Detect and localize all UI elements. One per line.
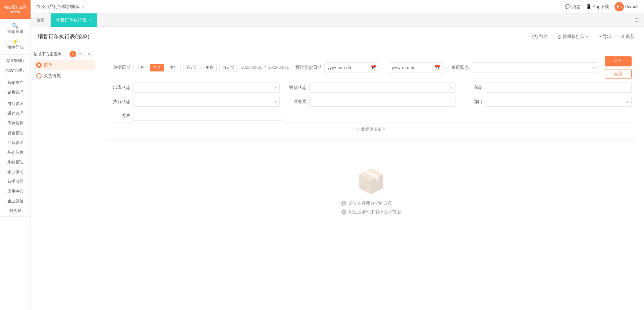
sidebar-item-marketing[interactable]: 营销推广 [0,78,31,88]
tab-minimize-btn[interactable]: − [620,15,629,25]
date-btn-last-month[interactable]: 上月 [133,64,147,71]
message-action[interactable]: 💬 消息 [565,4,581,10]
left-panel-actions: + ✎ « [69,51,92,57]
sidebar-item-member[interactable]: 畅会员 [0,206,31,216]
sidebar-item-sales[interactable]: 销售管理 [0,88,31,97]
empty-hint-1: 1 请先选择要分析的方案 [341,200,401,206]
sidebar-item-inventory[interactable]: 库存核算 [0,118,31,128]
sidebar-item-retail[interactable]: 零售管理 ▾ [0,56,31,66]
customer-label: 客户 [110,113,130,119]
marketing-label: 营销推广 [7,80,23,86]
customer-dots-icon[interactable]: ··· [276,113,279,118]
dept-select[interactable]: ▾ [485,97,632,107]
query-button[interactable]: 查询 [605,56,632,66]
expected-date-start-input[interactable]: 📅 [324,62,379,72]
date-range-dash: — [382,65,386,70]
sidebar-item-operation[interactable]: 经营管理 [0,138,31,148]
tab-home[interactable]: 首页 [31,13,51,27]
tab-sales-order-exec[interactable]: 销售订单执行表 × [51,13,98,27]
app-download-action[interactable]: 📱 App下载 [586,4,609,10]
out-warehouse-label: 出库状态 [110,85,130,91]
date-btn-7days[interactable]: 近7天 [183,64,200,71]
tab-maximize-btn[interactable]: □ [632,15,641,25]
sidebar-quick-nav[interactable]: ⚡ 快捷导航 [1,37,29,52]
filter-row-1: 单据日期 上月 本月 本年 近7天 更多 自定义 2023-03-01 至 20… [110,56,632,79]
app-icon: 📱 [586,4,591,9]
date-btn-this-month[interactable]: 本月 [150,64,164,71]
filter-area: 单据日期 上月 本月 本年 近7天 更多 自定义 2023-03-01 至 20… [105,51,637,141]
print-icon: 🖨 [557,34,561,39]
date-btn-custom[interactable]: 自定义 [219,64,237,71]
goods-input[interactable]: ··· [485,83,632,93]
refresh-btn[interactable]: ↺ 刷新 [618,32,637,41]
message-icon: 💬 [565,4,571,9]
search-icon: 🔍 [12,23,18,29]
sidebar-item-newbie[interactable]: 新手引导 [0,177,31,187]
retail-label: 零售管理 [6,58,22,64]
collapse-panel-btn[interactable]: « [86,51,92,57]
salesperson-dots-icon[interactable]: ··· [449,99,452,104]
date-label: 单据日期 [110,64,130,70]
dept-filter: 部门 ▾ [462,97,632,107]
status-select[interactable]: ▾ [472,62,598,72]
status-filter: 单据状态 ▾ [450,62,598,72]
out-warehouse-select[interactable]: ▾ [133,83,280,93]
page-content: 销售订单执行表(按单) ? 帮助 🖨 按模板打印 ▾ ↗ 导出 ↺ 刷新 [31,27,644,310]
tab-sales-order-label: 销售订单执行表 [56,17,87,23]
date-range-text: 2023-03-01 至 2023-03-31 [241,65,289,70]
expected-date-start-field[interactable] [327,65,369,70]
filter-row-2: 出库状态 ▾ 收款状态 ▾ [110,83,632,93]
right-panel: 单据日期 上月 本月 本年 近7天 更多 自定义 2023-03-01 至 20… [98,45,644,308]
add-scheme-btn[interactable]: + [69,51,76,57]
tab-home-label: 首页 [36,17,45,23]
user-profile[interactable]: Ea demo2 [614,2,639,11]
exec-status-arrow: ▾ [275,99,277,104]
sidebar-item-system[interactable]: 系统管理 [0,157,31,167]
scheme-item-by-order[interactable]: 按单 [34,60,95,70]
expected-date-end-field[interactable] [392,65,433,70]
empty-hints: 1 请先选择要分析的方案 2 用过滤条件来缩小分析范围 [341,200,401,215]
sidebar-search-menu[interactable]: 🔍 搜索菜单 [1,21,29,37]
customer-input[interactable]: ··· [133,111,282,121]
left-panel-header: 按以下方案查询 + ✎ « [34,49,95,60]
date-btn-this-year[interactable]: 本年 [167,64,181,71]
logo-sub: 标准版 [10,9,20,14]
help-icon: ? [532,34,538,39]
sidebar-item-basic[interactable]: 基础信息 [0,148,31,157]
sidebar-item-app[interactable]: 应用中心 [0,187,31,196]
sales-label: 销售管理 [7,90,23,95]
tab-close-icon[interactable]: × [89,17,92,23]
sidebar-item-ecommerce[interactable]: 电商管理 [0,99,31,109]
retail-arrow: ▾ [23,59,24,63]
expected-date-end-input[interactable]: 📅 [389,62,443,72]
breadcrumb-area: 办公用品行业模拟账套 ▾ [36,4,85,10]
quick-nav-icon: ⚡ [12,39,18,45]
collection-select[interactable]: ▾ [309,83,456,93]
dept-arrow: ▾ [627,99,629,104]
salesperson-input[interactable]: ··· [309,97,456,107]
print-template-btn[interactable]: 🖨 按模板打印 ▾ [554,32,591,41]
scheme-item-owe-goods[interactable]: 欠货情况 [34,71,95,81]
goods-dots-icon[interactable]: ··· [625,85,629,90]
sidebar-item-enterprise[interactable]: 企业协同 [0,167,31,177]
sidebar-item-finance[interactable]: 资金管理 [0,128,31,138]
date-btn-more[interactable]: 更多 [203,64,217,71]
collapse-filters-btn[interactable]: ∧ 收起更多条件 [110,123,632,135]
calendar-end-icon: 📅 [435,65,440,70]
message-label: 消息 [572,4,581,10]
top-header: 办公用品行业模拟账套 ▾ 💬 消息 📱 App下载 Ea demo2 [31,0,644,13]
exec-status-select[interactable]: ▾ [133,97,280,107]
sidebar-item-wechat[interactable]: 企业微信 [0,196,31,206]
salesperson-filter: 业务员 ··· [286,97,456,107]
filter-row-4: 客户 ··· [110,111,282,121]
collection-label: 收款状态 [286,85,307,91]
app-download-label: App下载 [593,4,609,10]
setting-button[interactable]: 设置 [605,69,632,79]
edit-scheme-btn[interactable]: ✎ [77,51,84,57]
sidebar-item-purchase[interactable]: 采购管理 [0,109,31,118]
export-btn[interactable]: ↗ 导出 [595,32,614,41]
sidebar-item-wholesale[interactable]: 批发管理 ▴ [0,66,31,75]
by-order-icon [36,62,42,68]
help-btn[interactable]: ? 帮助 [530,32,550,41]
user-name: demo2 [625,4,639,9]
